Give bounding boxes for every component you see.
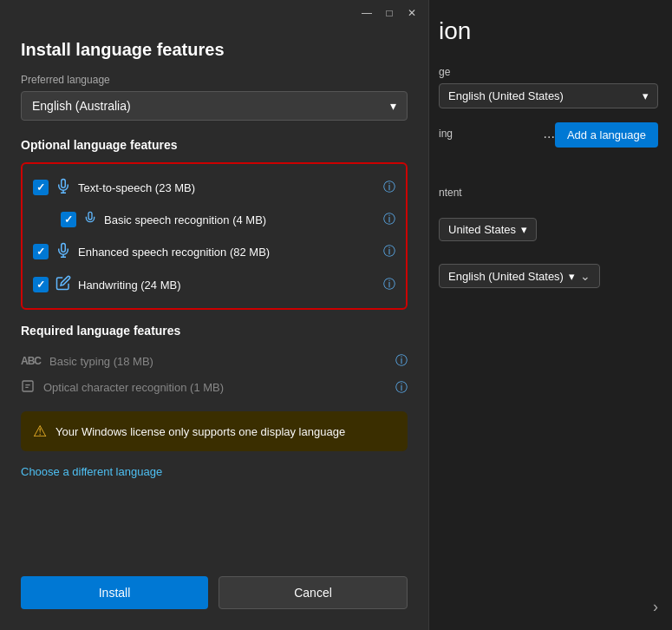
warning-box: ⚠ Your Windows license only supports one… (21, 411, 408, 451)
warning-text: Your Windows license only supports one d… (55, 425, 345, 438)
bg-language-dropdown[interactable]: English (United States) ▾ (439, 83, 658, 108)
checkbox-tts[interactable]: ✓ (33, 180, 49, 195)
close-button[interactable]: ✕ (406, 7, 418, 19)
bg-language-value: English (United States) (448, 89, 564, 102)
tts-info-icon[interactable]: ⓘ (383, 180, 395, 195)
bg-format-dropdown[interactable]: English (United States) ▾ ⌄ (439, 264, 600, 288)
ocr-info-icon[interactable]: ⓘ (395, 380, 408, 396)
feature-row-enhanced-speech: ✓ Enhanced speech recognition (82 MB) ⓘ (23, 235, 406, 268)
bg-lang-label: ge (439, 66, 658, 78)
checkbox-handwriting[interactable]: ✓ (33, 277, 49, 292)
dialog-footer: Install Cancel (0, 562, 428, 630)
typing-icon: ABC (21, 355, 41, 367)
handwriting-info-icon[interactable]: ⓘ (383, 277, 395, 292)
typing-info-icon[interactable]: ⓘ (395, 353, 408, 369)
bg-expand-icon: ⌄ (580, 269, 590, 283)
tts-icon (55, 178, 71, 197)
bg-region-value: United States (448, 223, 516, 236)
dialog-body: Install language features Preferred lang… (0, 26, 428, 562)
choose-language-link[interactable]: Choose a different language (21, 465, 408, 478)
check-tts: ✓ (36, 181, 45, 194)
feature-row-handwriting: ✓ Handwriting (24 MB) ⓘ (23, 268, 406, 301)
enhanced-speech-info-icon[interactable]: ⓘ (383, 244, 395, 259)
optional-features-box: ✓ Text-to-speech (23 MB) ⓘ ✓ (21, 162, 408, 310)
maximize-button[interactable]: □ (383, 7, 395, 19)
install-button[interactable]: Install (21, 576, 208, 609)
ocr-label: Optical character recognition (1 MB) (43, 381, 387, 394)
bg-more-options[interactable]: ··· (544, 129, 555, 145)
dialog-title: Install language features (21, 40, 408, 60)
basic-speech-icon (83, 211, 97, 228)
bg-next-arrow[interactable]: › (653, 598, 658, 616)
bg-content: ion ge English (United States) ▾ Add a l… (425, 0, 672, 630)
dialog-titlebar: — □ ✕ (0, 0, 428, 26)
typing-label: Basic typing (18 MB) (49, 355, 387, 368)
required-features-section: Required language features ABC Basic typ… (21, 324, 408, 401)
preferred-language-dropdown[interactable]: English (Australia) ▾ (21, 91, 408, 121)
check-enhanced-speech: ✓ (36, 246, 45, 258)
bg-dropdown-arrow: ▾ (643, 89, 649, 102)
warning-icon: ⚠ (33, 422, 47, 441)
checkbox-basic-speech[interactable]: ✓ (61, 212, 76, 227)
feature-row-tts: ✓ Text-to-speech (23 MB) ⓘ (23, 171, 406, 204)
tts-label: Text-to-speech (23 MB) (78, 181, 376, 194)
ocr-icon (21, 379, 35, 396)
bg-title: ion (439, 17, 658, 45)
bg-format-arrow: ▾ (569, 270, 575, 283)
preferred-value: English (Australia) (32, 99, 131, 113)
cancel-button[interactable]: Cancel (219, 576, 408, 609)
svg-rect-4 (23, 381, 33, 391)
minimize-button[interactable]: — (361, 7, 373, 19)
required-row-ocr: Optical character recognition (1 MB) ⓘ (21, 374, 408, 401)
check-basic-speech: ✓ (64, 213, 73, 226)
bg-region-dropdown[interactable]: United States ▾ (439, 218, 537, 241)
enhanced-speech-icon (55, 242, 71, 261)
required-row-typing: ABC Basic typing (18 MB) ⓘ (21, 348, 408, 374)
handwriting-label: Handwriting (24 MB) (78, 279, 376, 292)
required-section-title: Required language features (21, 324, 408, 338)
bg-section-label: ing (439, 128, 453, 140)
bg-section-row: ing ··· (439, 122, 555, 152)
preferred-arrow: ▾ (390, 99, 396, 113)
check-handwriting: ✓ (36, 279, 45, 291)
install-language-dialog: — □ ✕ Install language features Preferre… (0, 0, 429, 630)
preferred-label: Preferred language (21, 74, 408, 86)
enhanced-speech-label: Enhanced speech recognition (82 MB) (78, 246, 376, 259)
basic-speech-info-icon[interactable]: ⓘ (383, 212, 395, 227)
optional-section-title: Optional language features (21, 138, 408, 152)
feature-row-basic-speech: ✓ Basic speech recognition (4 MB) ⓘ (23, 204, 406, 235)
bg-add-language-button[interactable]: Add a language (555, 122, 658, 148)
checkbox-enhanced-speech[interactable]: ✓ (33, 244, 49, 259)
handwriting-icon (55, 275, 71, 294)
bg-region-label: ntent (439, 187, 658, 199)
basic-speech-label: Basic speech recognition (4 MB) (104, 213, 376, 226)
bg-format-value: English (United States) (448, 270, 564, 283)
bg-region-arrow: ▾ (521, 223, 527, 236)
